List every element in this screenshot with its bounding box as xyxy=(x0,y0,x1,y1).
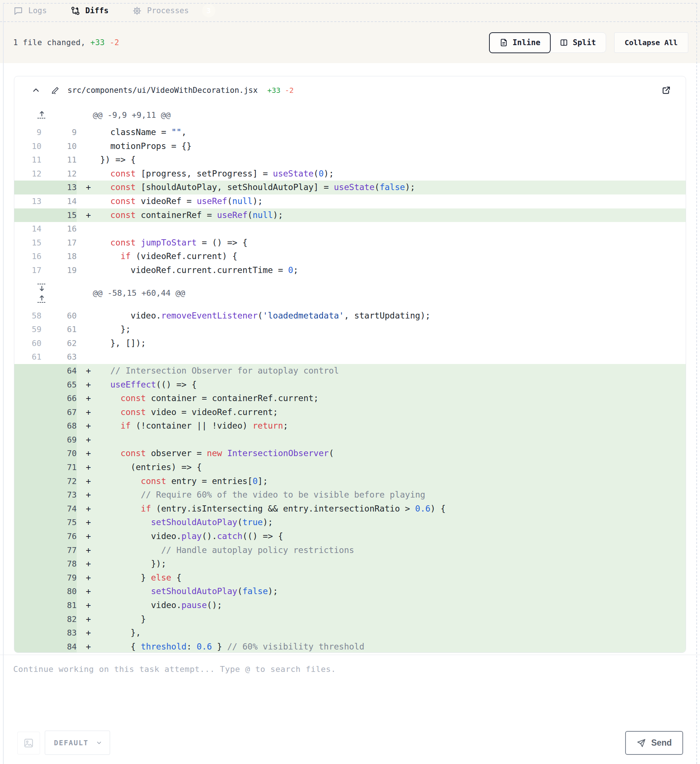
chat-icon xyxy=(13,6,23,16)
code-line: setShouldAutoPlay(false); xyxy=(100,585,686,598)
additions-count: +33 xyxy=(90,38,105,47)
old-line-number xyxy=(14,180,41,194)
new-line-number: 83 xyxy=(41,626,77,640)
chevron-up-icon[interactable] xyxy=(32,86,40,94)
tab-label: Logs xyxy=(28,6,47,15)
expand-down-icon[interactable] xyxy=(36,283,47,292)
new-line-number: 76 xyxy=(41,529,77,543)
new-line-number: 78 xyxy=(41,557,77,571)
change-marker: + xyxy=(77,543,100,557)
diff-row: 71+ (entries) => { xyxy=(14,460,686,474)
collapse-all-label: Collapse All xyxy=(625,38,678,47)
change-marker: + xyxy=(77,433,100,447)
file-text-icon xyxy=(499,38,508,47)
diff-row: 1010 motionProps = {} xyxy=(14,139,686,153)
code-line: } else { xyxy=(100,571,686,585)
image-icon xyxy=(23,737,34,748)
diff-row: 64+ // Intersection Observer for autopla… xyxy=(14,364,686,378)
code-line: }) => { xyxy=(100,153,686,167)
tab-label: Processes xyxy=(147,6,189,15)
diff-row: 1719 videoRef.current.currentTime = 0; xyxy=(14,263,686,277)
change-marker xyxy=(77,337,100,351)
code-line: const jumpToStart = () => { xyxy=(100,236,686,250)
diff-row: 80+ setShouldAutoPlay(false); xyxy=(14,585,686,598)
collapse-all-button[interactable]: Collapse All xyxy=(614,32,689,53)
new-line-number: 61 xyxy=(41,323,77,337)
diff-row: 68+ if (!container || !video) return; xyxy=(14,419,686,433)
change-marker: + xyxy=(77,180,100,194)
change-marker: + xyxy=(77,419,100,433)
old-line-number: 12 xyxy=(14,167,41,181)
expand-up-icon[interactable] xyxy=(36,110,47,120)
change-marker xyxy=(77,194,100,208)
code-line: const container = containerRef.current; xyxy=(100,391,686,405)
attach-image-button[interactable] xyxy=(17,732,40,755)
gear-icon xyxy=(132,6,142,16)
old-line-number xyxy=(14,571,41,585)
old-line-number xyxy=(14,364,41,378)
new-line-number: 84 xyxy=(41,640,77,653)
send-button[interactable]: Send xyxy=(625,731,683,755)
diff-row: 77+ // Handle autoplay policy restrictio… xyxy=(14,543,686,557)
change-marker: + xyxy=(77,612,100,626)
change-marker: + xyxy=(77,488,100,502)
code-line: const observer = new IntersectionObserve… xyxy=(100,446,686,460)
hunk-range: @@ -9,9 +9,11 @@ xyxy=(93,110,170,120)
old-line-number xyxy=(14,640,41,653)
code-line: const entry = entries[0]; xyxy=(100,474,686,488)
split-view-button[interactable]: Split xyxy=(550,33,605,52)
change-marker xyxy=(77,309,100,323)
change-marker: + xyxy=(77,598,100,612)
code-line xyxy=(100,222,686,236)
code-line xyxy=(100,433,686,447)
expand-up-icon[interactable] xyxy=(36,294,47,304)
old-line-number: 15 xyxy=(14,236,41,250)
new-line-number: 82 xyxy=(41,612,77,626)
profile-select[interactable]: DEFAULT xyxy=(45,731,110,755)
old-line-number xyxy=(14,405,41,420)
diff-row: 66+ const container = containerRef.curre… xyxy=(14,391,686,405)
diff-row: 15+ const containerRef = useRef(null); xyxy=(14,208,686,222)
code-line: }); xyxy=(100,557,686,571)
code-line: motionProps = {} xyxy=(100,139,686,153)
tab-diffs[interactable]: Diffs xyxy=(70,6,109,16)
diff-row: 75+ setShouldAutoPlay(true); xyxy=(14,515,686,529)
diff-row: 83+ }, xyxy=(14,626,686,640)
change-marker xyxy=(77,139,100,153)
old-line-number: 60 xyxy=(14,337,41,351)
code-line: } xyxy=(100,612,686,626)
new-line-number: 16 xyxy=(41,222,77,236)
code-line: setShouldAutoPlay(true); xyxy=(100,515,686,529)
file-header[interactable]: src/components/ui/VideoWithDecoration.js… xyxy=(14,76,686,104)
diff-row: 6062 }, []); xyxy=(14,337,686,351)
new-line-number: 13 xyxy=(41,180,77,194)
new-line-number: 80 xyxy=(41,585,77,598)
tab-processes[interactable]: Processes3 xyxy=(132,4,216,17)
diff-row: 1314 const videoRef = useRef(null); xyxy=(14,194,686,208)
old-line-number xyxy=(14,515,41,529)
code-line xyxy=(100,350,686,364)
change-marker xyxy=(77,153,100,167)
code-line: video.play().catch(() => { xyxy=(100,529,686,543)
tab-logs[interactable]: Logs xyxy=(13,6,47,16)
new-line-number: 65 xyxy=(41,378,77,392)
new-line-number: 68 xyxy=(41,419,77,433)
code-line: }, xyxy=(100,626,686,640)
change-marker: + xyxy=(77,405,100,420)
old-line-number: 61 xyxy=(14,350,41,364)
change-marker: + xyxy=(77,640,100,653)
code-line: video.pause(); xyxy=(100,598,686,612)
change-marker xyxy=(77,263,100,277)
code-line: }, []); xyxy=(100,337,686,351)
expand-context-controls xyxy=(14,283,69,304)
external-link-icon[interactable] xyxy=(661,86,671,95)
composer-input[interactable]: Continue working on this task attempt...… xyxy=(13,665,637,674)
new-line-number: 60 xyxy=(41,309,77,323)
code-line: videoRef.current.currentTime = 0; xyxy=(100,263,686,277)
old-line-number: 58 xyxy=(14,309,41,323)
inline-view-button[interactable]: Inline xyxy=(489,32,551,53)
change-marker xyxy=(77,222,100,236)
new-line-number: 14 xyxy=(41,194,77,208)
old-line-number xyxy=(14,585,41,598)
new-line-number: 79 xyxy=(41,571,77,585)
